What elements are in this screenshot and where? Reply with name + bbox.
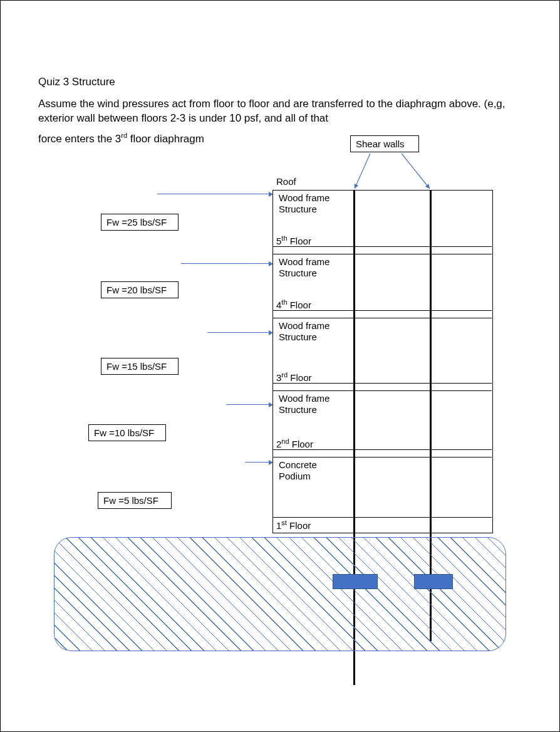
arrow-2-icon <box>245 462 272 463</box>
arrow-3-icon <box>226 404 272 405</box>
foundation-hatch <box>54 537 506 651</box>
floor-slab-3 <box>272 390 492 391</box>
paragraph-2: force enters the 3rd floor diaphragm <box>38 131 522 147</box>
arrow-roof-icon <box>157 194 272 194</box>
f3-post: Floor <box>288 372 311 383</box>
f5-post: Floor <box>288 236 311 246</box>
force-5-label: Fw =5 lbs/SF <box>103 495 158 506</box>
wood-l2: Structure <box>279 404 317 415</box>
force-20-label: Fw =20 lbs/SF <box>106 285 167 295</box>
force-15-label: Fw =15 lbs/SF <box>106 361 167 372</box>
quiz-title: Quiz 3 Structure <box>38 76 522 88</box>
f1-post: Floor <box>287 520 311 531</box>
f4-post: Floor <box>288 300 311 310</box>
story-4-3: Wood frame Structure <box>279 320 329 343</box>
f2-sup: nd <box>281 437 289 445</box>
wood-l1: Wood frame <box>279 192 329 203</box>
floor-line-1 <box>272 517 492 518</box>
wood-l1: Wood frame <box>279 393 329 404</box>
shear-walls-label: Shear walls <box>356 139 405 149</box>
story-2-1: Concrete Podium <box>279 459 317 482</box>
floor-slab-2 <box>272 457 492 457</box>
force-box-5: Fw =5 lbs/SF <box>98 492 172 509</box>
footing-left <box>333 574 378 589</box>
document-page: Quiz 3 Structure Assume the wind pressur… <box>0 0 560 732</box>
force-box-25: Fw =25 lbs/SF <box>101 214 179 231</box>
floor-slab-4 <box>272 318 492 318</box>
label-3rd: 3rd Floor <box>276 371 311 384</box>
floor-slab-5 <box>272 254 492 254</box>
label-5th: 5th Floor <box>276 234 311 247</box>
label-roof: Roof <box>276 176 296 187</box>
force-box-10: Fw =10 lbs/SF <box>88 424 166 441</box>
paragraph-1: Assume the wind pressures act from floor… <box>38 97 522 126</box>
svg-line-1 <box>402 154 430 189</box>
story-roof-5: Wood frame Structure <box>279 192 329 215</box>
footing-right <box>414 574 453 589</box>
story-5-4: Wood frame Structure <box>279 256 329 279</box>
text-block: Quiz 3 Structure Assume the wind pressur… <box>38 76 522 151</box>
f2-post: Floor <box>289 439 313 449</box>
arrow-5-icon <box>181 263 272 264</box>
label-1st: 1st Floor <box>276 519 311 531</box>
p2-pre: force enters the 3 <box>38 133 121 145</box>
wood-l2: Structure <box>279 268 317 278</box>
force-10-label: Fw =10 lbs/SF <box>94 427 154 438</box>
p2-post: floor diaphragm <box>127 133 204 145</box>
wood-l2: Structure <box>279 204 317 214</box>
f3-sup: rd <box>281 371 288 379</box>
story-3-2: Wood frame Structure <box>279 393 329 416</box>
svg-line-0 <box>355 154 370 189</box>
force-box-15: Fw =15 lbs/SF <box>101 358 179 375</box>
label-2nd: 2nd Floor <box>276 437 313 450</box>
f4-sup: th <box>281 298 287 306</box>
podium-l2: Podium <box>279 471 311 481</box>
shear-walls-label-box: Shear walls <box>350 135 419 152</box>
wood-l1: Wood frame <box>279 320 329 331</box>
podium-l1: Concrete <box>279 459 317 470</box>
wood-l1: Wood frame <box>279 256 329 267</box>
force-box-20: Fw =20 lbs/SF <box>101 281 179 298</box>
f1-sup: st <box>281 519 287 526</box>
p2-sup: rd <box>121 132 127 139</box>
f5-sup: th <box>281 234 287 242</box>
label-4th: 4th Floor <box>276 298 311 311</box>
force-25-label: Fw =25 lbs/SF <box>106 217 167 227</box>
wood-l2: Structure <box>279 332 317 342</box>
arrow-4-icon <box>207 332 272 333</box>
